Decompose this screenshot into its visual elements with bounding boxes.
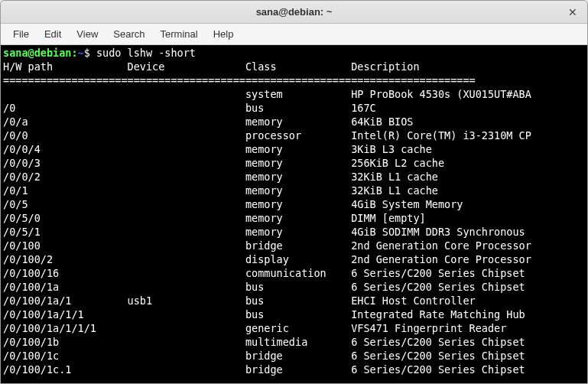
table-row: /0/100 bridge 2nd Generation Core Proces… [3, 239, 585, 252]
table-row: /0/100/2 display 2nd Generation Core Pro… [3, 252, 585, 266]
menu-view[interactable]: View [69, 25, 106, 43]
command-text: sudo lshw -short [96, 47, 196, 59]
table-row: /0/5/0 memory DIMM [empty] [3, 211, 585, 225]
table-header: H/W path Device Class Description [3, 60, 585, 73]
prompt-user: sana@debian [3, 47, 71, 59]
menu-edit[interactable]: Edit [37, 25, 69, 43]
terminal-window: sana@debian: ~ ✕ File Edit View Search T… [0, 0, 588, 384]
table-row: /0/100/16 communication 6 Series/C200 Se… [3, 266, 585, 280]
table-row: /0/100/1a/1 usb1 bus EHCI Host Controlle… [3, 294, 585, 308]
table-row: /0/0/3 memory 256KiB L2 cache [3, 156, 585, 170]
table-row: /0 bus 167C [3, 101, 585, 115]
menu-file[interactable]: File [5, 25, 37, 43]
table-row: /0/100/1b multimedia 6 Series/C200 Serie… [3, 335, 585, 349]
prompt-sep: : [71, 47, 77, 59]
table-row: /0/0/4 memory 3KiB L3 cache [3, 142, 585, 156]
table-row: /0/100/1a/1/1/1 generic VFS471 Fingerpri… [3, 321, 585, 335]
prompt-path: ~ [78, 47, 84, 59]
menubar: File Edit View Search Terminal Help [1, 24, 587, 45]
prompt-dollar: $ [84, 47, 96, 59]
table-row: /0/0 processor Intel(R) Core(TM) i3-2310… [3, 129, 585, 142]
menu-terminal[interactable]: Terminal [153, 25, 206, 43]
window-title: sana@debian: ~ [256, 6, 333, 18]
table-row: /0/1 memory 32KiB L1 cache [3, 184, 585, 197]
table-row: /0/5 memory 4GiB System Memory [3, 197, 585, 211]
table-row: system HP ProBook 4530s (XU015UT#ABA [3, 87, 585, 101]
menu-search[interactable]: Search [106, 25, 152, 43]
table-row: /0/100/1c bridge 6 Series/C200 Series Ch… [3, 349, 585, 363]
table-row: /0/0/2 memory 32KiB L1 cache [3, 170, 585, 184]
close-icon[interactable]: ✕ [566, 5, 580, 19]
terminal-body[interactable]: sana@debian:~$ sudo lshw -shortH/W path … [1, 45, 587, 383]
prompt-line: sana@debian:~$ sudo lshw -short [3, 46, 585, 60]
divider: ========================================… [3, 73, 585, 87]
titlebar: sana@debian: ~ ✕ [1, 1, 587, 24]
table-row: /0/100/1c.1 bridge 6 Series/C200 Series … [3, 363, 585, 376]
table-row: /0/100/1a bus 6 Series/C200 Series Chips… [3, 280, 585, 294]
menu-help[interactable]: Help [206, 25, 242, 43]
table-row: /0/100/1a/1/1 bus Integrated Rate Matchi… [3, 308, 585, 321]
table-row: /0/a memory 64KiB BIOS [3, 115, 585, 129]
table-row: /0/5/1 memory 4GiB SODIMM DDR3 Synchrono… [3, 225, 585, 239]
